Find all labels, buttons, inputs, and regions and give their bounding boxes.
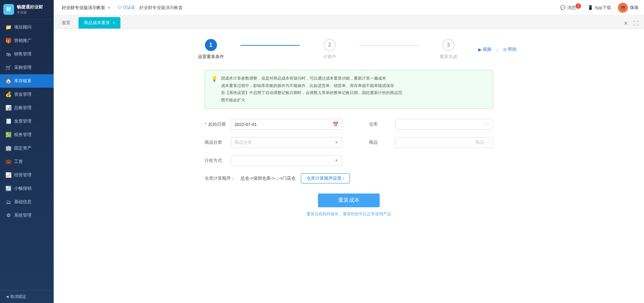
payroll-icon: 💼 <box>5 159 11 165</box>
help-btn[interactable]: ⊙ 帮助 <box>503 46 517 52</box>
top-header: 好业财专业版演示帐套 ▼ 🛡 已认证 好业财专业版演示帐套 💬 消息 1 📱 A… <box>54 0 644 15</box>
step-3-circle: 3 <box>442 39 454 51</box>
sidebar-menu: 📁 项目顾问 🎁 营销推广 🛍 销售管理 🛒 采购管理 🏠 库存核算 💰 资金管… <box>0 19 54 290</box>
sidebar-item-finance[interactable]: 💰 资金管理 <box>0 88 54 101</box>
start-date-field: * 起始日期 2022-07-01 📅 <box>205 119 342 130</box>
sidebar-label-purchase: 采购管理 <box>14 64 32 71</box>
step-1: 1 设置重算条件 <box>181 39 240 60</box>
sidebar-item-project[interactable]: 📁 项目顾问 <box>0 20 54 34</box>
inventory-icon: 🏠 <box>5 78 11 84</box>
calc-order-value: 总仓->深圳仓库->...->门店仓 <box>240 175 296 181</box>
step-1-circle: 1 <box>205 39 217 51</box>
account-selector-text: 好业财专业版演示帐套 <box>62 5 105 11</box>
account-name-display: 好业财专业版演示帐套 <box>139 5 183 11</box>
recalc-cost-btn[interactable]: 重算成本 <box>318 193 380 207</box>
video-btn[interactable]: ▶ 视频 <box>478 46 491 52</box>
ledger-icon: 📊 <box>5 105 11 111</box>
sidebar-item-inventory[interactable]: 🏠 库存核算 <box>0 74 54 88</box>
sidebar-item-sales[interactable]: 🛍 销售管理 <box>0 47 54 61</box>
tab-bar: 首页 商品成本重算 × ✕ ⛶ <box>54 15 644 29</box>
warehouse-dots-btn: ··· <box>484 121 489 127</box>
goods-placeholder: 商品 <box>475 139 484 145</box>
step-connector-2 <box>359 45 419 46</box>
brand-name: 畅捷通好业财 <box>17 4 43 10</box>
sidebar-item-ledger[interactable]: 📊 总账管理 <box>0 101 54 115</box>
goods-input[interactable]: 商品 ··· <box>395 137 493 148</box>
logo-icon: 财 <box>3 4 14 15</box>
account-selector[interactable]: 好业财专业版演示帐套 ▼ <box>59 3 114 12</box>
user-avatar: 🐻 <box>618 3 628 13</box>
tax-icon: 💹 <box>5 132 11 138</box>
start-date-input[interactable]: 2022-07-01 📅 <box>231 119 342 130</box>
tab-actions: ✕ ⛶ <box>622 19 644 29</box>
sidebar-item-marketing[interactable]: 🎁 营销推广 <box>0 34 54 47</box>
sidebar-item-expense[interactable]: 🔄 小畅报销 <box>0 182 54 195</box>
step-2-circle: 2 <box>324 39 336 51</box>
goods-label: 商品 <box>369 139 392 145</box>
phone-icon: 📱 <box>588 5 593 10</box>
question-icon: ⊙ <box>503 47 507 52</box>
calc-order-row: 仓库计算顺序： 总仓->深圳仓库->...->门店仓 仓库计算顺序设置 › <box>205 173 493 183</box>
sidebar-label-system: 系统管理 <box>14 212 32 218</box>
sidebar-item-purchase[interactable]: 🛒 采购管理 <box>0 61 54 74</box>
price-method-chevron: ▼ <box>334 158 338 163</box>
purchase-icon: 🛒 <box>5 64 11 71</box>
calc-order-label: 仓库计算顺序： <box>205 175 235 181</box>
sidebar-item-assets[interactable]: 🏢 固定资产 <box>0 141 54 155</box>
sidebar-item-tax[interactable]: 💹 税务管理 <box>0 128 54 141</box>
sidebar-label-project: 项目顾问 <box>14 24 32 30</box>
step-1-label: 设置重算条件 <box>198 54 224 60</box>
tab-cost-recalc[interactable]: 商品成本重算 × <box>78 17 120 29</box>
chevron-down-icon: ▼ <box>107 6 111 10</box>
sidebar-label-operation: 经营管理 <box>14 172 32 178</box>
sidebar-item-system[interactable]: ⚙ 系统管理 <box>0 209 54 222</box>
step-connector-1 <box>240 45 300 46</box>
category-field: 商品分类 商品分类 ▼ <box>205 137 342 148</box>
warehouse-input[interactable]: ··· <box>395 119 493 130</box>
recalc-hint: 重算过程耗时较长，重算时您可以正常使用产品 <box>205 211 493 217</box>
video-help-area: ▶ 视频 | ⊙ 帮助 <box>478 46 517 52</box>
goods-field: 商品 商品 ··· <box>356 137 493 148</box>
sidebar-label-marketing: 营销推广 <box>14 38 32 44</box>
edition-label: 专业版 <box>17 10 43 14</box>
close-window-btn[interactable]: ✕ <box>622 19 629 27</box>
category-select[interactable]: 商品分类 ▼ <box>231 137 342 148</box>
step-3-label: 重算完成 <box>440 54 457 60</box>
price-method-select[interactable]: ▼ <box>231 155 342 166</box>
user-profile[interactable]: 🐻 珠珠 <box>618 3 639 13</box>
content-area: 1 设置重算条件 2 计算中 3 重算完成 <box>54 29 644 303</box>
sidebar-label-invoice: 发票管理 <box>14 118 32 124</box>
expand-window-btn[interactable]: ⛶ <box>632 20 640 27</box>
notice-icon: 💡 <box>211 76 218 104</box>
sidebar-item-operation[interactable]: 📈 经营管理 <box>0 168 54 182</box>
sidebar-item-basic[interactable]: 🗂 基础信息 <box>0 195 54 209</box>
sidebar-label-sales: 销售管理 <box>14 51 32 57</box>
form-row-1: * 起始日期 2022-07-01 📅 仓库 ··· <box>205 119 493 130</box>
goods-dots-btn: ··· <box>484 139 489 145</box>
price-method-field: 计价方式 ▼ <box>205 155 342 166</box>
calc-order-settings-btn[interactable]: 仓库计算顺序设置 › <box>301 173 350 183</box>
marketing-icon: 🎁 <box>5 38 11 44</box>
app-download-btn[interactable]: 📱 App下载 <box>588 5 611 11</box>
play-icon: ▶ <box>478 47 482 52</box>
form-row-2: 商品分类 商品分类 ▼ 商品 商品 ··· <box>205 137 493 148</box>
finance-icon: 💰 <box>5 91 11 97</box>
sidebar-item-invoice[interactable]: 🧾 发票管理 <box>0 115 54 128</box>
expense-icon: 🔄 <box>5 185 11 191</box>
tab-home[interactable]: 首页 <box>56 17 76 29</box>
sidebar-label-ledger: 总账管理 <box>14 105 32 111</box>
tab-close-icon[interactable]: × <box>113 20 115 25</box>
sidebar-label-payroll: 工资 <box>14 159 23 165</box>
message-icon: 💬 <box>560 5 566 10</box>
sidebar-label-expense: 小畅报销 <box>14 185 32 191</box>
sidebar-item-payroll[interactable]: 💼 工资 <box>0 155 54 168</box>
warehouse-label: 仓库 <box>369 121 392 127</box>
sidebar-unpin[interactable]: ◄ 取消固定 <box>0 290 54 303</box>
sidebar: 财 畅捷通好业财 专业版 📁 项目顾问 🎁 营销推广 🛍 销售管理 🛒 采购管理… <box>0 0 54 303</box>
required-star: * <box>205 122 206 127</box>
sidebar-label-finance: 资金管理 <box>14 91 32 97</box>
main-area: 好业财专业版演示帐套 ▼ 🛡 已认证 好业财专业版演示帐套 💬 消息 1 📱 A… <box>54 0 644 303</box>
message-btn[interactable]: 💬 消息 1 <box>560 5 581 11</box>
sidebar-label-basic: 基础信息 <box>14 199 32 205</box>
sales-icon: 🛍 <box>5 51 11 57</box>
